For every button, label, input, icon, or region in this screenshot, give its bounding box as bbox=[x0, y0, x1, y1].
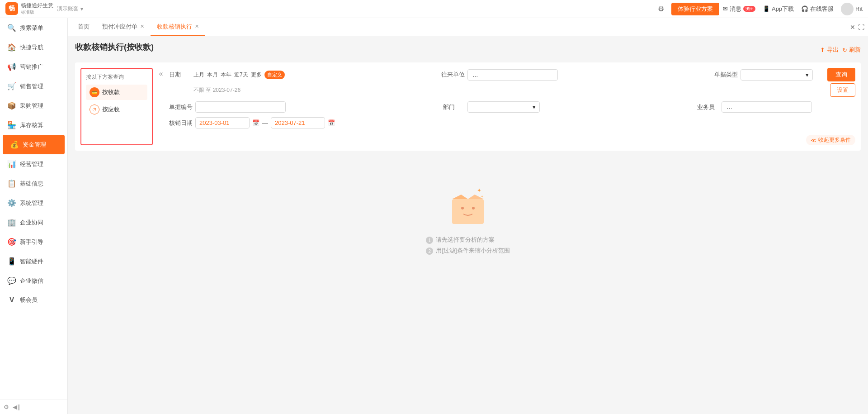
settings-button[interactable]: 设置 bbox=[830, 83, 855, 97]
filter-row-2: 单据编号 部门 ▾ 业务员 bbox=[169, 101, 855, 113]
collapse-more-button[interactable]: ≪ 收起更多条件 bbox=[806, 135, 855, 145]
tab-collection-close[interactable]: ✕ bbox=[195, 24, 199, 29]
sidebar-item-label: 企业协同 bbox=[20, 219, 43, 227]
tab-prepay[interactable]: 预付冲应付单 ✕ bbox=[96, 18, 151, 36]
filter-option-by-receivable[interactable]: ⏱ 按应收 bbox=[86, 102, 147, 117]
logo-text: 畅捷通好生意 标准版 bbox=[21, 2, 53, 15]
shortcut-last-month[interactable]: 上月 bbox=[193, 71, 204, 79]
sidebar-item-system[interactable]: ⚙️ 系统管理 bbox=[0, 193, 67, 213]
double-left-icon: « bbox=[159, 70, 163, 78]
date-label: 日期 bbox=[169, 71, 191, 79]
tab-bar: 首页 预付冲应付单 ✕ 收款核销执行 ✕ ✕ ⛶ bbox=[68, 18, 868, 36]
collapse-icon: ≪ bbox=[811, 137, 816, 143]
sidebar-item-marketing[interactable]: 📢 营销推广 bbox=[0, 57, 67, 76]
settings-icon[interactable]: ⚙ bbox=[4, 404, 9, 410]
solution-button[interactable]: 体验行业方案 bbox=[671, 3, 719, 15]
sidebar-item-label: 营销推广 bbox=[20, 63, 43, 71]
company-name[interactable]: 演示账套 ▾ bbox=[57, 5, 651, 13]
calendar-end-icon[interactable]: 📅 bbox=[328, 119, 335, 126]
query-button[interactable]: 查询 bbox=[827, 68, 855, 81]
sidebar-item-sales[interactable]: 🛒 销售管理 bbox=[0, 76, 67, 96]
verify-date-start-input[interactable] bbox=[195, 117, 250, 128]
date-shortcuts: 上月 本月 本年 近7天 更多 自定义 bbox=[193, 71, 285, 79]
verify-date-field: 核销日期 📅 — 📅 bbox=[169, 117, 335, 128]
empty-hint-2: 2 用[过滤]条件来缩小分析范围 bbox=[426, 247, 509, 255]
hint-num-1: 1 bbox=[426, 237, 433, 244]
sidebar: 🔍 搜索菜单 🏠 快捷导航 📢 营销推广 🛒 销售管理 📦 采购管理 🏪 库存核… bbox=[0, 18, 68, 414]
filter-form: 日期 上月 本月 本年 近7天 更多 自定义 bbox=[169, 68, 855, 145]
sidebar-item-label: 新手引导 bbox=[20, 238, 43, 246]
empty-illustration: ✦ ✦ bbox=[445, 183, 491, 228]
sidebar-item-label: 销售管理 bbox=[20, 82, 43, 90]
sidebar-item-label: 库存核算 bbox=[20, 121, 43, 129]
counterpart-input[interactable]: … bbox=[467, 69, 558, 81]
chevron-down-icon[interactable]: ▾ bbox=[80, 6, 83, 12]
close-window-icon[interactable]: ✕ bbox=[850, 24, 855, 31]
empty-hints: 1 请先选择要分析的方案 2 用[过滤]条件来缩小分析范围 bbox=[426, 236, 509, 255]
sidebar-item-quick-nav[interactable]: 🏠 快捷导航 bbox=[0, 38, 67, 57]
sidebar-item-guide[interactable]: 🎯 新手引导 bbox=[0, 232, 67, 252]
sidebar-item-wechat[interactable]: 💬 企业微信 bbox=[0, 271, 67, 290]
page-content: 收款核销执行(按收款) ⬆ 导出 ↻ 刷新 按以下方案查询 bbox=[68, 36, 868, 414]
shortcut-last-7-days[interactable]: 近7天 bbox=[234, 71, 248, 79]
shortcut-more[interactable]: 更多 bbox=[251, 71, 262, 79]
refresh-button[interactable]: ↻ 刷新 bbox=[842, 46, 861, 54]
sidebar-item-member[interactable]: V 畅会员 bbox=[0, 290, 67, 309]
sidebar-item-operation[interactable]: 📊 经营管理 bbox=[0, 154, 67, 174]
headset-icon: 🎧 bbox=[801, 5, 808, 12]
verify-date-end-input[interactable] bbox=[271, 117, 325, 128]
user-profile[interactable]: Rit bbox=[841, 3, 863, 15]
chevron-down-icon: ▾ bbox=[806, 71, 809, 78]
system-icon: ⚙️ bbox=[7, 199, 16, 207]
dept-select[interactable]: ▾ bbox=[467, 101, 540, 113]
svg-text:✦: ✦ bbox=[481, 195, 484, 199]
bill-no-field: 单据编号 bbox=[169, 101, 286, 113]
sidebar-item-label: 搜索菜单 bbox=[20, 24, 43, 32]
expand-window-icon[interactable]: ⛶ bbox=[858, 24, 864, 31]
online-service-button[interactable]: 🎧 在线客服 bbox=[801, 5, 834, 13]
app-download-button[interactable]: 📱 App下载 bbox=[763, 5, 794, 13]
shortcut-custom[interactable]: 自定义 bbox=[264, 71, 285, 79]
sidebar-item-basic-info[interactable]: 📋 基础信息 bbox=[0, 174, 67, 193]
message-button[interactable]: ✉ 消息 99+ bbox=[723, 5, 755, 13]
shortcut-this-year[interactable]: 本年 bbox=[221, 71, 231, 79]
tab-home[interactable]: 首页 bbox=[71, 18, 96, 36]
bill-type-select[interactable]: ▾ bbox=[741, 69, 813, 81]
gear-icon[interactable]: ⚙ bbox=[658, 5, 664, 13]
sidebar-item-purchase[interactable]: 📦 采购管理 bbox=[0, 96, 67, 115]
inventory-icon: 🏪 bbox=[7, 121, 16, 129]
filter-row-date-unlimit: 不限 至 2023-07-26 设置 bbox=[169, 83, 855, 97]
filter-option-by-receipt[interactable]: 💳 按收款 bbox=[86, 85, 147, 100]
sidebar-item-label: 系统管理 bbox=[20, 199, 43, 207]
empty-state: ✦ ✦ 1 请先选择要分析的方案 2 用[过滤]条件来缩小分析范围 bbox=[75, 156, 861, 282]
filter-collapse-btn[interactable]: « bbox=[156, 68, 165, 145]
phone-icon: 📱 bbox=[763, 5, 770, 12]
sidebar-item-inventory[interactable]: 🏪 库存核算 bbox=[0, 115, 67, 135]
export-button[interactable]: ⬆ 导出 bbox=[820, 46, 839, 54]
marketing-icon: 📢 bbox=[7, 62, 16, 71]
date-unlimit-field: 不限 至 2023-07-26 bbox=[169, 86, 241, 94]
calendar-start-icon[interactable]: 📅 bbox=[252, 119, 259, 126]
tab-collection[interactable]: 收款核销执行 ✕ bbox=[151, 18, 205, 36]
svg-point-1 bbox=[461, 207, 464, 209]
sidebar-item-smart-hw[interactable]: 📱 智能硬件 bbox=[0, 252, 67, 271]
tab-prepay-close[interactable]: ✕ bbox=[140, 24, 144, 29]
verify-date-range: 📅 — 📅 bbox=[195, 117, 335, 128]
sidebar-item-finance[interactable]: 💰 资金管理 bbox=[3, 135, 65, 154]
operation-icon: 📊 bbox=[7, 160, 16, 168]
sidebar-item-label: 快捷导航 bbox=[20, 43, 43, 52]
hint-num-2: 2 bbox=[426, 247, 433, 255]
page-title: 收款核销执行(按收款) bbox=[75, 42, 154, 52]
bill-no-input[interactable] bbox=[195, 101, 286, 113]
purchase-icon: 📦 bbox=[7, 101, 16, 110]
app-logo: 畅 畅捷通好生意 标准版 bbox=[5, 2, 53, 15]
salesperson-input[interactable]: … bbox=[722, 101, 812, 113]
sidebar-item-enterprise[interactable]: 🏢 企业协同 bbox=[0, 213, 67, 232]
sidebar-item-search[interactable]: 🔍 搜索菜单 bbox=[0, 18, 67, 38]
collapse-icon[interactable]: ◀‖ bbox=[13, 404, 20, 410]
shortcut-this-month[interactable]: 本月 bbox=[207, 71, 218, 79]
filter-option-by-receipt-label: 按收款 bbox=[102, 88, 120, 96]
filter-row-verify-date: 核销日期 📅 — 📅 bbox=[169, 117, 855, 128]
guide-icon: 🎯 bbox=[7, 238, 16, 246]
finance-icon: 💰 bbox=[10, 140, 19, 149]
